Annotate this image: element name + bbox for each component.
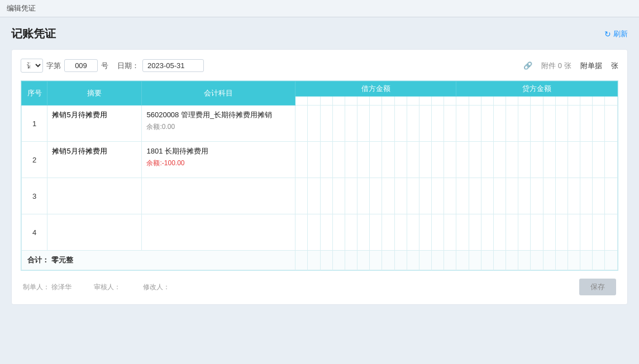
debit-digit-2-0[interactable] (295, 178, 308, 214)
debit-digit-1-5[interactable] (357, 142, 370, 178)
credit-digit-0-5[interactable] (518, 106, 531, 142)
credit-digit-3-2[interactable] (481, 214, 493, 251)
row-account-3[interactable] (142, 214, 295, 251)
credit-digit-2-0[interactable] (456, 178, 469, 214)
credit-digit-0-8[interactable] (555, 106, 568, 142)
attach-doc-label[interactable]: 附单据 (580, 61, 602, 71)
debit-digit-0-0[interactable] (295, 106, 308, 142)
credit-digit-2-6[interactable] (531, 178, 543, 214)
credit-digit-1-12[interactable] (605, 142, 618, 178)
credit-digit-3-8[interactable] (555, 214, 568, 251)
debit-digit-2-9[interactable] (407, 178, 419, 214)
credit-digit-0-2[interactable] (481, 106, 493, 142)
credit-digit-3-7[interactable] (543, 214, 555, 251)
save-button[interactable]: 保存 (579, 279, 616, 295)
credit-digit-1-5[interactable] (518, 142, 531, 178)
credit-digit-2-1[interactable] (469, 178, 481, 214)
credit-digit-2-10[interactable] (580, 178, 593, 214)
credit-digit-1-7[interactable] (543, 142, 555, 178)
credit-digit-3-4[interactable] (506, 214, 518, 251)
row-summary-3[interactable] (47, 214, 142, 251)
debit-digit-1-10[interactable] (419, 142, 431, 178)
debit-digit-2-1[interactable] (308, 178, 320, 214)
credit-digit-2-7[interactable] (543, 178, 555, 214)
credit-digit-2-12[interactable] (605, 178, 618, 214)
credit-digit-0-11[interactable] (593, 106, 605, 142)
debit-digit-2-4[interactable] (345, 178, 357, 214)
debit-digit-3-6[interactable] (370, 214, 382, 251)
credit-digit-2-3[interactable] (493, 178, 506, 214)
debit-digit-3-7[interactable] (382, 214, 394, 251)
debit-digit-3-5[interactable] (357, 214, 370, 251)
credit-digit-0-3[interactable] (493, 106, 506, 142)
credit-digit-3-12[interactable] (605, 214, 618, 251)
voucher-type-select[interactable]: 记 (21, 59, 43, 73)
debit-digit-1-12[interactable] (444, 142, 456, 178)
credit-digit-2-4[interactable] (506, 178, 518, 214)
row-summary-0[interactable]: 摊销5月待摊费用 (47, 106, 142, 142)
debit-digit-0-11[interactable] (432, 106, 444, 142)
credit-digit-1-3[interactable] (493, 142, 506, 178)
debit-digit-1-4[interactable] (345, 142, 357, 178)
debit-digit-2-8[interactable] (394, 178, 407, 214)
debit-digit-0-9[interactable] (407, 106, 419, 142)
debit-digit-3-4[interactable] (345, 214, 357, 251)
debit-digit-1-3[interactable] (332, 142, 345, 178)
debit-digit-2-7[interactable] (382, 178, 394, 214)
credit-digit-1-4[interactable] (506, 142, 518, 178)
debit-digit-0-1[interactable] (308, 106, 320, 142)
row-account-0[interactable]: 56020008 管理费用_长期待摊费用摊销余额:0.00 (142, 106, 295, 142)
credit-digit-2-11[interactable] (593, 178, 605, 214)
credit-digit-1-2[interactable] (481, 142, 493, 178)
debit-digit-0-6[interactable] (370, 106, 382, 142)
debit-digit-1-0[interactable] (295, 142, 308, 178)
debit-digit-0-12[interactable] (444, 106, 456, 142)
debit-digit-2-3[interactable] (332, 178, 345, 214)
debit-digit-3-3[interactable] (332, 214, 345, 251)
debit-digit-3-2[interactable] (320, 214, 332, 251)
credit-digit-1-6[interactable] (531, 142, 543, 178)
row-summary-2[interactable] (47, 178, 142, 214)
debit-digit-0-2[interactable] (320, 106, 332, 142)
credit-digit-3-6[interactable] (531, 214, 543, 251)
debit-digit-0-4[interactable] (345, 106, 357, 142)
debit-digit-3-12[interactable] (444, 214, 456, 251)
credit-digit-3-9[interactable] (568, 214, 580, 251)
debit-digit-0-3[interactable] (332, 106, 345, 142)
debit-digit-2-2[interactable] (320, 178, 332, 214)
debit-digit-0-8[interactable] (394, 106, 407, 142)
debit-digit-2-5[interactable] (357, 178, 370, 214)
credit-digit-1-10[interactable] (580, 142, 593, 178)
credit-digit-3-3[interactable] (493, 214, 506, 251)
debit-digit-0-7[interactable] (382, 106, 394, 142)
credit-digit-3-5[interactable] (518, 214, 531, 251)
credit-digit-3-11[interactable] (593, 214, 605, 251)
credit-digit-0-12[interactable] (605, 106, 618, 142)
credit-digit-1-9[interactable] (568, 142, 580, 178)
credit-digit-2-9[interactable] (568, 178, 580, 214)
debit-digit-2-12[interactable] (444, 178, 456, 214)
debit-digit-3-11[interactable] (432, 214, 444, 251)
credit-digit-2-2[interactable] (481, 178, 493, 214)
credit-digit-0-1[interactable] (469, 106, 481, 142)
credit-digit-0-10[interactable] (580, 106, 593, 142)
debit-digit-1-11[interactable] (432, 142, 444, 178)
debit-digit-0-5[interactable] (357, 106, 370, 142)
credit-digit-0-7[interactable] (543, 106, 555, 142)
debit-digit-2-6[interactable] (370, 178, 382, 214)
voucher-number-input[interactable] (64, 59, 98, 72)
debit-digit-3-0[interactable] (295, 214, 308, 251)
credit-digit-3-1[interactable] (469, 214, 481, 251)
credit-digit-2-5[interactable] (518, 178, 531, 214)
credit-digit-1-1[interactable] (469, 142, 481, 178)
debit-digit-0-10[interactable] (419, 106, 431, 142)
debit-digit-3-8[interactable] (394, 214, 407, 251)
credit-digit-0-6[interactable] (531, 106, 543, 142)
credit-digit-1-0[interactable] (456, 142, 469, 178)
debit-digit-3-1[interactable] (308, 214, 320, 251)
debit-digit-1-7[interactable] (382, 142, 394, 178)
refresh-button[interactable]: ↻ 刷新 (604, 29, 628, 39)
debit-digit-1-2[interactable] (320, 142, 332, 178)
credit-digit-3-10[interactable] (580, 214, 593, 251)
credit-digit-0-9[interactable] (568, 106, 580, 142)
